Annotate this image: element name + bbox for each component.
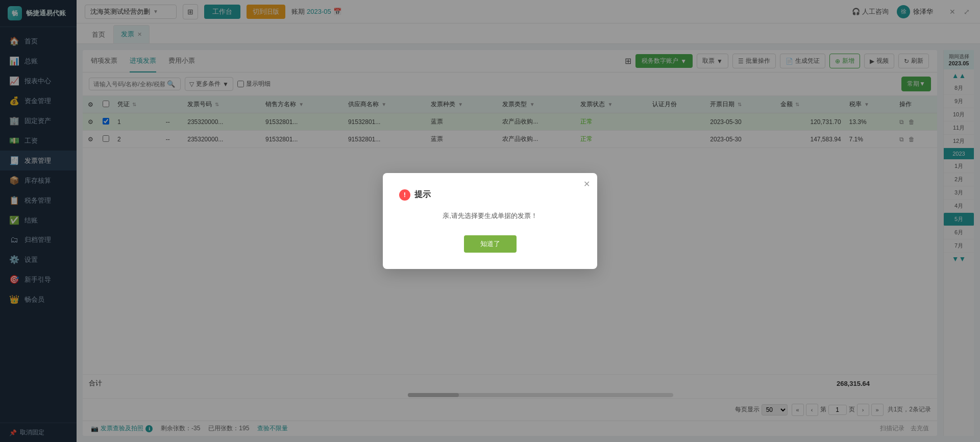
modal-title-row: ! 提示 (399, 189, 581, 201)
modal-close-button[interactable]: ✕ (583, 179, 590, 189)
modal-body: 亲,请先选择要生成单据的发票！ (399, 211, 581, 222)
modal-ok-button[interactable]: 知道了 (464, 235, 517, 253)
modal-footer: 知道了 (399, 235, 581, 253)
modal-dialog: ✕ ! 提示 亲,请先选择要生成单据的发票！ 知道了 (383, 173, 597, 269)
modal-warning-icon: ! (399, 189, 410, 201)
modal-message: 亲,请先选择要生成单据的发票！ (443, 212, 537, 219)
modal-overlay: ✕ ! 提示 亲,请先选择要生成单据的发票！ 知道了 (0, 0, 980, 442)
modal-title-text: 提示 (414, 189, 431, 200)
